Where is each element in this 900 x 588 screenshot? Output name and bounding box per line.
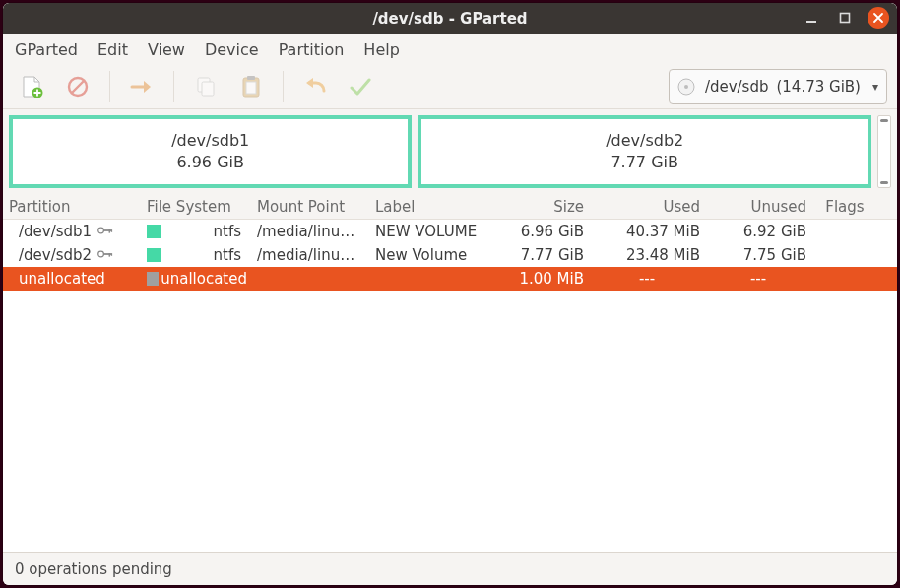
app-window: /dev/sdb - GParted GParted Edit View Dev…: [3, 3, 897, 585]
col-size[interactable]: Size: [515, 198, 594, 216]
toolbar: /dev/sdb (14.73 GiB) ▾: [3, 64, 897, 109]
mountpoint: /media/linu…: [257, 223, 375, 240]
label: NEW VOLUME: [375, 223, 515, 240]
used: 40.37 MiB: [594, 223, 710, 240]
partition-table: /dev/sdb1 ntfs /media/linu… NEW VOLUME 6…: [3, 220, 897, 552]
svg-rect-17: [109, 253, 110, 257]
menu-gparted[interactable]: GParted: [15, 40, 78, 59]
label: New Volume: [375, 246, 515, 264]
close-button[interactable]: [868, 7, 889, 29]
delete-partition-button: [58, 69, 97, 104]
partition-name: unallocated: [19, 270, 105, 288]
mountpoint: /media/linu…: [257, 246, 375, 264]
copy-button: [186, 69, 225, 104]
table-row[interactable]: unallocated unallocated 1.00 MiB --- ---: [3, 267, 897, 291]
minimize-button[interactable]: [801, 7, 822, 29]
partition-name: /dev/sdb2: [19, 246, 92, 264]
unused: 7.75 GiB: [710, 246, 816, 264]
device-selector[interactable]: /dev/sdb (14.73 GiB) ▾: [669, 69, 887, 104]
document-new-icon: [20, 75, 45, 98]
col-unused[interactable]: Unused: [710, 198, 816, 216]
device-selector-size: (14.73 GiB): [776, 78, 861, 96]
unused: 6.92 GiB: [710, 223, 816, 240]
size: 7.77 GiB: [515, 246, 594, 264]
used: 23.48 MiB: [594, 246, 710, 264]
col-flags[interactable]: Flags: [816, 198, 891, 216]
table-header: Partition File System Mount Point Label …: [3, 194, 897, 220]
partition-block-name: /dev/sdb2: [606, 130, 683, 152]
svg-rect-5: [202, 82, 214, 96]
prohibited-icon: [66, 75, 90, 98]
partition-name: /dev/sdb1: [19, 223, 92, 240]
fs-label: ntfs: [166, 246, 247, 264]
unused: ---: [710, 270, 816, 288]
undo-button: [295, 69, 335, 104]
partition-map: /dev/sdb1 6.96 GiB /dev/sdb2 7.77 GiB: [3, 109, 897, 194]
lock-icon: [97, 225, 113, 238]
svg-rect-14: [111, 229, 112, 232]
partition-block-size: 6.96 GiB: [176, 152, 244, 173]
svg-rect-1: [841, 14, 850, 23]
resize-arrow-icon: [129, 76, 155, 98]
size: 1.00 MiB: [515, 270, 594, 288]
toolbar-separator: [173, 71, 174, 102]
map-scrollbar[interactable]: [877, 115, 891, 188]
menu-bar: GParted Edit View Device Partition Help: [3, 34, 897, 64]
disk-icon: [675, 77, 697, 97]
lock-icon: [97, 248, 113, 262]
maximize-button[interactable]: [834, 7, 856, 29]
paste-button: [231, 69, 271, 104]
fs-swatch: [147, 225, 161, 238]
svg-rect-16: [103, 253, 111, 255]
window-controls: [801, 7, 889, 29]
size: 6.96 GiB: [515, 223, 594, 240]
toolbar-separator: [283, 71, 284, 102]
col-partition[interactable]: Partition: [9, 198, 147, 216]
col-mountpoint[interactable]: Mount Point: [257, 198, 375, 216]
new-partition-button[interactable]: [13, 69, 52, 104]
svg-rect-13: [109, 229, 110, 233]
col-filesystem[interactable]: File System: [147, 198, 257, 216]
partition-block-sdb1[interactable]: /dev/sdb1 6.96 GiB: [9, 115, 412, 188]
menu-partition[interactable]: Partition: [279, 40, 345, 59]
fs-swatch: [147, 272, 159, 286]
partition-block-name: /dev/sdb1: [171, 130, 249, 152]
fs-label: unallocated: [161, 270, 247, 288]
fs-label: ntfs: [166, 223, 247, 240]
paste-icon: [240, 75, 262, 98]
menu-view[interactable]: View: [148, 40, 185, 59]
svg-rect-12: [103, 229, 111, 231]
used: ---: [594, 270, 710, 288]
col-label[interactable]: Label: [375, 198, 515, 216]
col-used[interactable]: Used: [594, 198, 710, 216]
partition-block-sdb2[interactable]: /dev/sdb2 7.77 GiB: [418, 115, 871, 188]
svg-rect-0: [806, 21, 816, 23]
menu-help[interactable]: Help: [363, 40, 399, 59]
menu-device[interactable]: Device: [205, 40, 259, 59]
svg-rect-7: [246, 82, 256, 94]
window-title: /dev/sdb - GParted: [372, 10, 527, 28]
svg-rect-8: [247, 76, 255, 80]
fs-swatch: [147, 248, 161, 262]
apply-button: [341, 69, 380, 104]
svg-point-10: [684, 85, 688, 89]
svg-rect-18: [111, 253, 112, 256]
table-row[interactable]: /dev/sdb1 ntfs /media/linu… NEW VOLUME 6…: [3, 220, 897, 243]
chevron-down-icon: ▾: [872, 80, 878, 94]
status-bar: 0 operations pending: [3, 552, 897, 585]
table-row[interactable]: /dev/sdb2 ntfs /media/linu… New Volume 7…: [3, 243, 897, 267]
device-selector-label: /dev/sdb: [705, 78, 769, 96]
check-icon: [349, 76, 372, 98]
menu-edit[interactable]: Edit: [97, 40, 128, 59]
partition-block-size: 7.77 GiB: [611, 152, 678, 173]
copy-icon: [194, 75, 218, 98]
titlebar: /dev/sdb - GParted: [3, 3, 897, 34]
svg-point-15: [98, 251, 104, 257]
undo-icon: [302, 77, 328, 97]
svg-point-11: [98, 228, 104, 233]
toolbar-separator: [109, 71, 110, 102]
resize-move-button: [122, 69, 161, 104]
status-text: 0 operations pending: [15, 560, 172, 578]
